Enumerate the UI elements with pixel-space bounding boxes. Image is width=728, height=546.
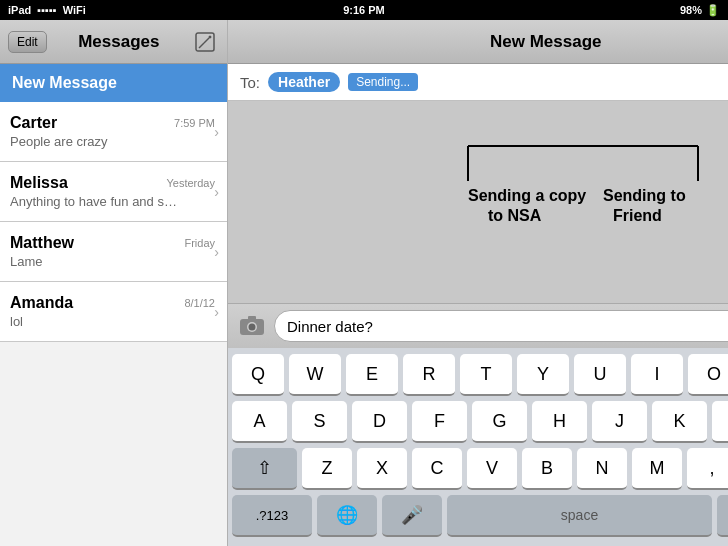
svg-text:to NSA: to NSA: [488, 207, 542, 224]
keyboard: Q W E R T Y U I O P ⌫ A S D F G H J: [228, 348, 728, 546]
chat-area: Sending a copy to NSA Sending to Friend: [228, 101, 728, 303]
chevron-icon: ›: [214, 184, 219, 200]
conversation-item-melissa[interactable]: Melissa Yesterday Anything to have fun a…: [0, 162, 227, 222]
key-w[interactable]: W: [289, 354, 341, 396]
chat-panel: New Message Cancel To: Heather Sending..…: [228, 20, 728, 546]
to-field: To: Heather Sending...: [228, 64, 728, 101]
svg-text:Friend: Friend: [613, 207, 662, 224]
message-time: Friday: [184, 237, 215, 249]
signal-icon: ▪▪▪▪▪: [37, 4, 57, 16]
carrier-label: iPad: [8, 4, 31, 16]
status-left: iPad ▪▪▪▪▪ WiFi: [8, 4, 86, 16]
battery-label: 98%: [680, 4, 702, 16]
space-key[interactable]: space: [447, 495, 712, 537]
key-i[interactable]: I: [631, 354, 683, 396]
key-comma[interactable]: ,: [687, 448, 728, 490]
key-x[interactable]: X: [357, 448, 407, 490]
key-d[interactable]: D: [352, 401, 407, 443]
key-m[interactable]: M: [632, 448, 682, 490]
emoji-key[interactable]: 🌐: [317, 495, 377, 537]
chevron-icon: ›: [214, 244, 219, 260]
compose-icon[interactable]: [191, 28, 219, 56]
camera-button[interactable]: [236, 310, 268, 342]
contact-name: Carter: [10, 114, 57, 132]
chevron-icon: ›: [214, 124, 219, 140]
svg-rect-14: [248, 316, 256, 320]
status-bar: iPad ▪▪▪▪▪ WiFi 9:16 PM 98% 🔋: [0, 0, 728, 20]
key-b[interactable]: B: [522, 448, 572, 490]
key-r[interactable]: R: [403, 354, 455, 396]
contact-name: Matthew: [10, 234, 74, 252]
recipient-tag[interactable]: Heather: [268, 72, 340, 92]
key-k[interactable]: K: [652, 401, 707, 443]
key-y[interactable]: Y: [517, 354, 569, 396]
key-q[interactable]: Q: [232, 354, 284, 396]
chat-header: New Message Cancel: [228, 20, 728, 64]
key-l[interactable]: L: [712, 401, 728, 443]
message-preview: People are crazy: [10, 134, 180, 149]
keyboard-row-2: A S D F G H J K L return: [232, 401, 728, 443]
sending-indicator: Sending...: [348, 73, 418, 91]
to-label: To:: [240, 74, 260, 91]
contact-name: Melissa: [10, 174, 68, 192]
key-t[interactable]: T: [460, 354, 512, 396]
to-input-area[interactable]: Heather Sending...: [268, 72, 728, 92]
key-f[interactable]: F: [412, 401, 467, 443]
messages-header: Edit Messages: [0, 20, 227, 64]
message-time: Yesterday: [166, 177, 215, 189]
new-message-item[interactable]: New Message: [0, 64, 227, 102]
keyboard-row-4: .?123 🌐 🎤 space .?123 ⌨: [232, 495, 728, 537]
key-z[interactable]: Z: [302, 448, 352, 490]
key-a[interactable]: A: [232, 401, 287, 443]
status-right: 98% 🔋: [680, 4, 720, 17]
wifi-icon: WiFi: [63, 4, 86, 16]
conversation-item-amanda[interactable]: Amanda 8/1/12 lol ›: [0, 282, 227, 342]
chat-title: New Message: [490, 32, 602, 52]
key-j[interactable]: J: [592, 401, 647, 443]
conversation-item-matthew[interactable]: Matthew Friday Lame ›: [0, 222, 227, 282]
chevron-icon: ›: [214, 304, 219, 320]
keyboard-row-3: ⇧ Z X C V B N M , . ⇧: [232, 448, 728, 490]
num-key-left[interactable]: .?123: [232, 495, 312, 537]
contact-name: Amanda: [10, 294, 73, 312]
svg-line-1: [199, 43, 204, 48]
annotation-diagram: Sending a copy to NSA Sending to Friend: [458, 141, 718, 291]
shift-key-left[interactable]: ⇧: [232, 448, 297, 490]
key-e[interactable]: E: [346, 354, 398, 396]
key-s[interactable]: S: [292, 401, 347, 443]
messages-panel: Edit Messages New Message Carter 7:59 PM: [0, 20, 228, 546]
num-key-right[interactable]: .?123: [717, 495, 728, 537]
battery-icon: 🔋: [706, 4, 720, 17]
status-time: 9:16 PM: [343, 4, 385, 16]
keyboard-row-1: Q W E R T Y U I O P ⌫: [232, 354, 728, 396]
message-list: Carter 7:59 PM People are crazy › Meliss…: [0, 102, 227, 546]
messages-title: Messages: [78, 32, 159, 52]
svg-text:Sending to: Sending to: [603, 187, 686, 204]
key-v[interactable]: V: [467, 448, 517, 490]
message-preview: Anything to have fun and something to re…: [10, 194, 180, 209]
message-input[interactable]: [274, 310, 728, 342]
key-n[interactable]: N: [577, 448, 627, 490]
svg-point-13: [249, 324, 256, 331]
mic-key[interactable]: 🎤: [382, 495, 442, 537]
message-preview: Lame: [10, 254, 180, 269]
key-u[interactable]: U: [574, 354, 626, 396]
message-preview: lol: [10, 314, 180, 329]
message-time: 7:59 PM: [174, 117, 215, 129]
conversation-item-carter[interactable]: Carter 7:59 PM People are crazy ›: [0, 102, 227, 162]
key-h[interactable]: H: [532, 401, 587, 443]
key-c[interactable]: C: [412, 448, 462, 490]
key-o[interactable]: O: [688, 354, 728, 396]
message-input-area: Send: [228, 303, 728, 348]
edit-button[interactable]: Edit: [8, 31, 47, 53]
message-time: 8/1/12: [184, 297, 215, 309]
key-g[interactable]: G: [472, 401, 527, 443]
svg-text:Sending a copy: Sending a copy: [468, 187, 586, 204]
